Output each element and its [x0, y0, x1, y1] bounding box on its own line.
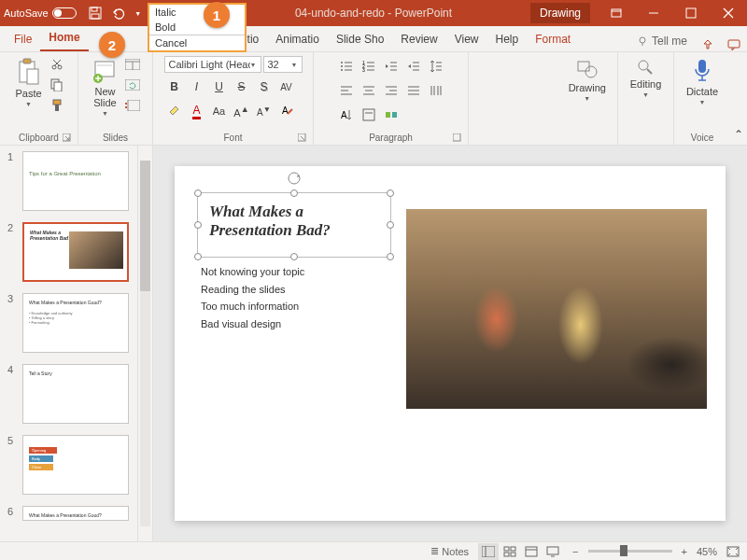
- zoom-slider[interactable]: [588, 550, 672, 553]
- ribbon-display-button[interactable]: [598, 0, 635, 26]
- zoom-in-button[interactable]: +: [682, 546, 687, 557]
- resize-handle[interactable]: [194, 221, 202, 229]
- collapse-ribbon-button[interactable]: ⌃: [734, 128, 743, 141]
- resize-handle[interactable]: [194, 253, 202, 260]
- thumbnail-scrollbar[interactable]: [138, 146, 153, 541]
- text-direction-button[interactable]: A: [336, 105, 357, 125]
- rotate-handle[interactable]: [287, 171, 302, 186]
- thumbnail-4[interactable]: Tell a Story: [22, 364, 129, 424]
- underline-button[interactable]: U: [209, 77, 230, 97]
- fit-to-window-button[interactable]: [726, 546, 740, 557]
- tab-view[interactable]: View: [446, 27, 487, 51]
- thumbnail-6[interactable]: What Makes a Presentation Good?: [22, 506, 129, 521]
- format-painter-button[interactable]: [48, 97, 66, 114]
- undo-button[interactable]: [108, 2, 131, 24]
- maximize-button[interactable]: [672, 0, 710, 26]
- minimize-button[interactable]: [635, 0, 672, 26]
- resize-handle[interactable]: [194, 189, 202, 197]
- undo-dropdown-button[interactable]: ▼: [133, 2, 144, 24]
- cut-button[interactable]: [48, 56, 66, 73]
- notes-button[interactable]: ≣Notes: [430, 545, 469, 557]
- tab-slideshow[interactable]: Slide Sho: [328, 27, 392, 51]
- drawing-button[interactable]: Drawing▼: [565, 56, 610, 104]
- smartart-button[interactable]: [381, 105, 402, 125]
- highlight-button[interactable]: [164, 101, 185, 121]
- font-color-button[interactable]: A: [187, 101, 207, 121]
- font-size-select[interactable]: 32▼: [263, 56, 303, 73]
- new-slide-button[interactable]: New Slide ▼: [90, 56, 121, 119]
- line-spacing-button[interactable]: [426, 56, 446, 77]
- increase-indent-button[interactable]: [403, 56, 424, 77]
- resize-handle[interactable]: [290, 253, 298, 260]
- tab-file[interactable]: File: [6, 27, 40, 51]
- editing-button[interactable]: Editing▼: [627, 56, 666, 100]
- undo-item-italic[interactable]: Italic: [149, 5, 245, 20]
- bullets-button[interactable]: [336, 56, 357, 77]
- comments-button[interactable]: [721, 38, 747, 51]
- title-text[interactable]: What Makes a Presentation Bad?: [198, 193, 390, 248]
- title-textbox[interactable]: What Makes a Presentation Bad?: [197, 192, 391, 258]
- numbering-button[interactable]: 123: [359, 56, 379, 77]
- mode-badge[interactable]: Drawing: [530, 3, 590, 23]
- columns-button[interactable]: [426, 80, 446, 101]
- dialog-launcher-icon[interactable]: [453, 133, 462, 143]
- scrollbar-handle[interactable]: [140, 161, 150, 291]
- strikethrough-button[interactable]: S: [232, 77, 252, 97]
- zoom-knob[interactable]: [620, 545, 627, 556]
- slideshow-view-button[interactable]: [543, 543, 563, 560]
- sorter-view-button[interactable]: [500, 543, 520, 560]
- resize-handle[interactable]: [290, 189, 298, 197]
- align-text-button[interactable]: [359, 105, 379, 125]
- justify-button[interactable]: [403, 80, 424, 101]
- undo-cancel[interactable]: Cancel: [149, 35, 245, 50]
- reset-button[interactable]: [123, 77, 142, 93]
- undo-item-bold[interactable]: Bold: [149, 20, 245, 35]
- thumbnail-2[interactable]: What Makes aPresentation Bad?: [22, 222, 129, 282]
- tab-animations[interactable]: Animatio: [267, 27, 328, 51]
- reading-view-button[interactable]: [521, 543, 542, 560]
- align-right-button[interactable]: [381, 80, 402, 101]
- dictate-button[interactable]: Dictate▼: [683, 56, 722, 107]
- decrease-indent-button[interactable]: [381, 56, 402, 77]
- normal-view-button[interactable]: [478, 543, 499, 560]
- tab-review[interactable]: Review: [392, 27, 445, 51]
- character-spacing-button[interactable]: AV: [276, 77, 297, 97]
- close-button[interactable]: [710, 0, 747, 26]
- tell-me-search[interactable]: Tell me: [629, 31, 695, 51]
- dialog-launcher-icon[interactable]: [298, 133, 307, 143]
- layout-button[interactable]: [123, 56, 142, 73]
- slide-image[interactable]: [406, 209, 707, 409]
- section-button[interactable]: [123, 97, 142, 114]
- resize-handle[interactable]: [387, 189, 394, 197]
- share-button[interactable]: [695, 38, 721, 51]
- decrease-font-button[interactable]: A▼: [254, 101, 275, 121]
- align-left-button[interactable]: [336, 80, 357, 101]
- thumbnail-5[interactable]: Opening Body Close: [22, 435, 129, 495]
- zoom-level[interactable]: 45%: [697, 546, 717, 557]
- body-text[interactable]: Not knowing your topic Reading the slide…: [201, 263, 304, 333]
- tab-help[interactable]: Help: [486, 27, 527, 51]
- font-family-select[interactable]: Calibri Light (Headings▼: [164, 56, 261, 73]
- toggle-off-icon[interactable]: [52, 7, 77, 19]
- resize-handle[interactable]: [387, 221, 394, 229]
- autosave-toggle[interactable]: AutoSave: [4, 7, 77, 19]
- thumbnail-1[interactable]: Tips for a Great Presentation: [22, 151, 129, 211]
- save-button[interactable]: [84, 2, 106, 24]
- dialog-launcher-icon[interactable]: [63, 133, 72, 143]
- shadow-button[interactable]: S: [254, 77, 275, 97]
- tab-home[interactable]: Home: [40, 25, 88, 51]
- bold-button[interactable]: B: [164, 77, 185, 97]
- undo-history-dropdown[interactable]: Italic Bold Cancel: [148, 3, 247, 52]
- tab-format[interactable]: Format: [527, 27, 579, 51]
- thumbnail-3[interactable]: What Makes a Presentation Good?• Knowled…: [22, 293, 129, 353]
- copy-button[interactable]: [48, 77, 66, 93]
- clear-formatting-button[interactable]: A: [276, 101, 297, 121]
- italic-button[interactable]: I: [187, 77, 207, 97]
- align-center-button[interactable]: [359, 80, 379, 101]
- resize-handle[interactable]: [387, 253, 394, 260]
- increase-font-button[interactable]: A▲: [232, 101, 252, 121]
- slide-canvas[interactable]: What Makes a Presentation Bad? Not knowi…: [153, 146, 747, 541]
- zoom-out-button[interactable]: −: [572, 546, 578, 557]
- paste-button[interactable]: Paste ▼: [11, 56, 45, 109]
- change-case-button[interactable]: Aa: [209, 101, 230, 121]
